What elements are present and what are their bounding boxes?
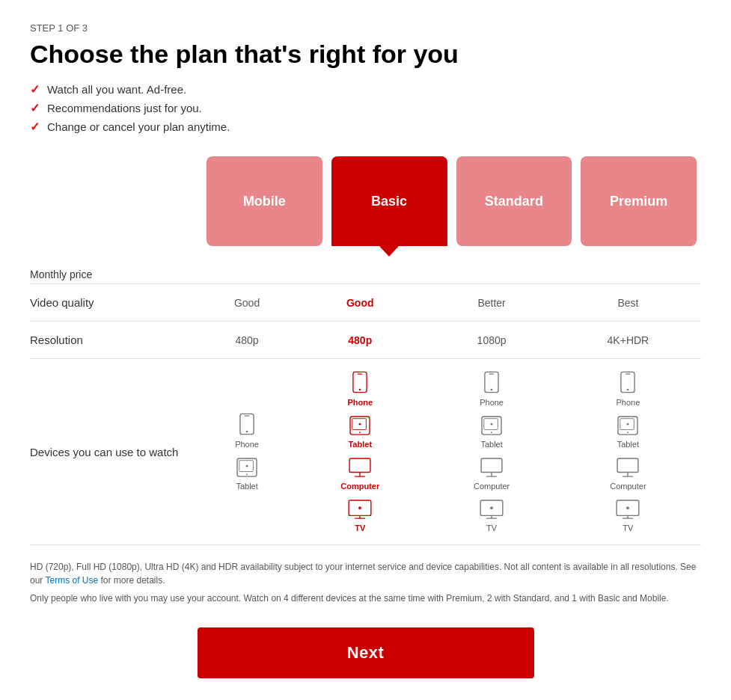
video-quality-basic: Good [292,284,428,322]
device-phone-basic: Phone [347,371,373,407]
computer-label-standard: Computer [474,482,510,491]
svg-point-4 [246,473,248,475]
footnote-section: HD (720p), Full HD (1080p), Ultra HD (4K… [30,560,701,605]
feature-item-1: ✓ Watch all you want. Ad-free. [30,82,701,96]
svg-point-41 [627,423,629,426]
devices-row: Devices you can use to watch Phone Ta [30,359,701,545]
resolution-label: Resolution [30,322,202,359]
next-button[interactable]: Next [198,627,534,678]
feature-text-3: Change or cancel your plan anytime. [47,120,230,133]
tv-label-premium: TV [623,524,633,532]
feature-item-2: ✓ Recommendations just for you. [30,101,701,115]
svg-point-34 [490,506,493,509]
check-icon-1: ✓ [30,82,40,96]
tablet-label-basic: Tablet [348,440,372,449]
phone-icon-mobile [239,413,254,438]
phone-label-mobile: Phone [235,440,259,449]
svg-rect-14 [349,458,370,473]
device-tv-basic: TV [348,500,372,532]
resolution-standard: 1080p [428,322,554,359]
next-button-container: Next [30,627,701,678]
features-list: ✓ Watch all you want. Ad-free. ✓ Recomme… [30,82,701,134]
svg-point-27 [491,423,493,426]
plan-card-premium[interactable]: Premium [581,156,697,246]
device-tablet-mobile: Tablet [236,458,257,491]
footnote-1: HD (720p), Full HD (1080p), Ultra HD (4K… [30,560,701,587]
device-computer-standard: Computer [474,458,510,491]
tablet-icon-premium [617,416,638,438]
monthly-price-row: Monthly price [30,254,701,284]
svg-point-11 [359,432,361,433]
computer-icon-standard [480,458,503,480]
monthly-price-standard [428,254,554,284]
device-phone-premium: Phone [616,371,640,407]
monthly-price-premium [555,254,701,284]
tablet-icon-standard [481,416,502,438]
svg-point-13 [359,423,361,426]
terms-of-use-link[interactable]: Terms of Use [45,575,98,586]
video-quality-row: Video quality Good Good Better Best [30,284,701,322]
devices-label: Devices you can use to watch [30,359,202,545]
plan-card-mobile[interactable]: Mobile [207,156,322,246]
device-tablet-premium: Tablet [617,416,639,449]
monthly-price-label: Monthly price [30,254,202,284]
device-tablet-basic: Tablet [348,416,372,449]
svg-point-6 [246,465,248,467]
monthly-price-basic [292,254,428,284]
phone-icon-standard [484,371,499,396]
step-label: STEP 1 OF 3 [30,22,701,34]
computer-icon-premium [617,458,639,480]
device-tv-standard: TV [480,500,504,532]
phone-label-standard: Phone [480,398,504,407]
comparison-table: Monthly price Video quality Good Good Be… [30,254,701,545]
svg-point-39 [627,432,628,433]
page-title: Choose the plan that's right for you [30,40,701,69]
svg-point-8 [359,389,361,391]
svg-point-22 [491,389,493,391]
device-phone-standard: Phone [480,371,504,407]
feature-text-1: Watch all you want. Ad-free. [47,83,186,96]
video-quality-standard: Better [428,284,554,322]
svg-point-48 [627,506,630,509]
devices-basic: Phone Tablet Computer [292,359,428,545]
tv-label-basic: TV [355,524,365,532]
svg-point-1 [246,431,248,433]
phone-label-basic: Phone [347,398,373,407]
video-quality-premium: Best [555,284,701,322]
device-tablet-standard: Tablet [480,416,502,449]
plans-grid: Mobile Basic Standard Premium [30,156,701,246]
tablet-icon-basic [349,416,370,438]
resolution-mobile: 480p [202,322,292,359]
devices-premium: Phone Tablet Computer [555,359,701,545]
svg-point-25 [491,432,492,433]
resolution-basic: 480p [292,322,428,359]
resolution-row: Resolution 480p 480p 1080p 4K+HDR [30,322,701,359]
tablet-label-premium: Tablet [617,440,639,449]
svg-rect-28 [481,458,502,473]
device-computer-basic: Computer [340,458,379,491]
check-icon-2: ✓ [30,101,40,115]
tablet-label-mobile: Tablet [236,482,257,491]
computer-label-premium: Computer [610,482,646,491]
computer-icon-basic [349,458,371,480]
check-icon-3: ✓ [30,120,40,134]
device-phone-mobile: Phone [235,413,259,449]
tv-icon-standard [480,500,504,522]
plan-card-standard[interactable]: Standard [456,156,572,246]
tv-icon-premium [616,500,640,522]
devices-standard: Phone Tablet Computer [428,359,554,545]
feature-item-3: ✓ Change or cancel your plan anytime. [30,120,701,134]
phone-label-premium: Phone [616,398,640,407]
phone-icon-premium [620,371,635,396]
plan-card-basic[interactable]: Basic [331,156,447,246]
devices-mobile: Phone Tablet [202,359,292,545]
phone-icon-basic [352,371,367,396]
tv-icon-basic [348,500,372,522]
video-quality-mobile: Good [202,284,292,322]
footnote-2: Only people who live with you may use yo… [30,592,701,605]
svg-point-20 [358,506,361,509]
resolution-premium: 4K+HDR [555,322,701,359]
svg-point-36 [627,389,629,391]
device-tv-premium: TV [616,500,640,532]
computer-label-basic: Computer [340,482,379,491]
